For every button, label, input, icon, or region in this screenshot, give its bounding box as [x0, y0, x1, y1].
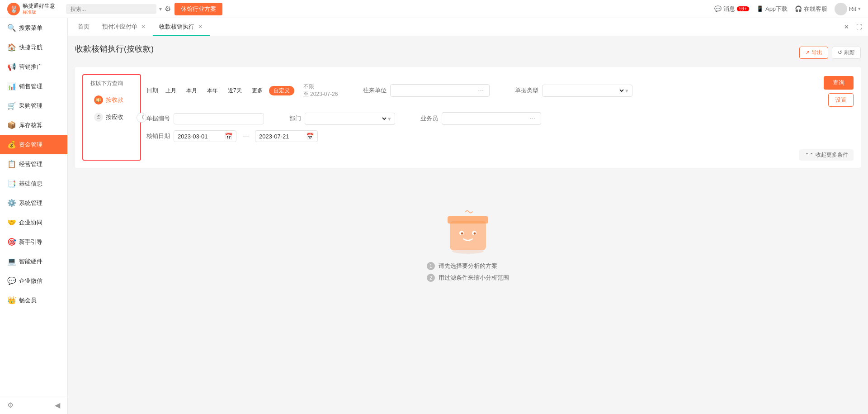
query-button[interactable]: 查询 [824, 76, 854, 90]
beginner-icon: 🎯 [7, 238, 15, 246]
filter-by-receivable[interactable]: ⏱ 按应收 [90, 111, 133, 124]
this-year-btn[interactable]: 本年 [203, 86, 222, 95]
refresh-icon: ↺ [838, 49, 842, 56]
search-input[interactable] [66, 4, 156, 14]
party-dots-icon[interactable]: ··· [476, 86, 486, 95]
party-input-wrapper[interactable]: ··· [390, 84, 490, 97]
solution-button[interactable]: 休馆行业方案 [175, 3, 222, 15]
sidebar-item-fund[interactable]: 💰 资金管理 [0, 135, 67, 154]
filter-by-receipt[interactable]: 💴 按收款 [90, 94, 133, 106]
tab-bar: 首页 预付冲应付单 ✕ 收款核销执行 ✕ ✕ ⛶ [68, 18, 868, 36]
last-7days-btn[interactable]: 近7天 [224, 86, 245, 95]
collapse-more-row: ⌃⌃ 收起更多条件 [146, 149, 854, 161]
dept-dropdown[interactable] [309, 115, 388, 123]
page-content: 收款核销执行(按收款) ↗ 导出 ↺ 刷新 按以下方查询 [68, 36, 868, 414]
filter-salesperson-field: 业务员 ··· [420, 112, 541, 125]
app-download-label: App下载 [765, 5, 788, 13]
writeoff-date-start-input[interactable] [178, 133, 223, 140]
this-month-btn[interactable]: 本月 [183, 86, 201, 95]
sidebar-item-corp-collab[interactable]: 🤝 企业协同 [0, 213, 67, 232]
fund-icon: 💰 [7, 140, 15, 149]
writeoff-date-end-wrapper[interactable]: 📅 [255, 130, 318, 142]
sidebar: 🔍 搜索菜单 🏠 快捷导航 📢 营销推广 📊 销售管理 🛒 采购管理 📦 库存核… [0, 18, 68, 414]
dept-dropdown-icon: ▾ [388, 115, 391, 122]
user-avatar [835, 3, 847, 15]
voucher-type-dropdown[interactable] [546, 87, 625, 95]
online-service-label: 在线客服 [804, 5, 827, 13]
sidebar-item-sys[interactable]: ⚙️ 系统管理 [0, 193, 67, 213]
search-dropdown-icon[interactable]: ▾ [159, 6, 162, 12]
custom-date-btn[interactable]: 自定义 [269, 86, 294, 95]
settings-bottom-icon[interactable]: ⚙ [7, 401, 14, 409]
more-date-btn[interactable]: 更多 [248, 86, 266, 95]
salesperson-input[interactable] [446, 115, 528, 122]
tab-receive-label: 收款核销执行 [159, 23, 194, 31]
sidebar-label-ops: 经营管理 [19, 160, 42, 168]
by-receivable-label: 按应收 [106, 113, 123, 121]
inventory-icon: 📦 [7, 121, 15, 129]
sidebar-item-basic-info[interactable]: 📑 基础信息 [0, 174, 67, 193]
settings-gear-icon[interactable]: ⚙ [165, 5, 171, 13]
dept-select[interactable]: ▾ [305, 113, 395, 125]
sidebar-item-quick-nav[interactable]: 🏠 快捷导航 [0, 38, 67, 57]
sidebar-item-search-menu[interactable]: 🔍 搜索菜单 [0, 18, 67, 38]
refresh-button[interactable]: ↺ 刷新 [832, 47, 861, 59]
tab-expand-action[interactable]: ⛶ [854, 22, 864, 33]
settings-button[interactable]: 设置 [828, 93, 854, 107]
sidebar-label-search-menu: 搜索菜单 [19, 24, 42, 32]
sidebar-item-purchase[interactable]: 🛒 采购管理 [0, 96, 67, 115]
writeoff-date-end-calendar-icon[interactable]: 📅 [306, 133, 314, 140]
page-header-actions: ↗ 导出 ↺ 刷新 [799, 47, 861, 59]
sidebar-label-sales: 销售管理 [19, 82, 42, 90]
online-service-item[interactable]: 🎧 在线客服 [795, 5, 827, 13]
last-month-btn[interactable]: 上月 [162, 86, 180, 95]
writeoff-date-start-calendar-icon[interactable]: 📅 [225, 133, 232, 140]
sidebar-bottom: ⚙ ◀︎ [0, 396, 67, 414]
hint-2-num: 2 [427, 274, 435, 282]
sidebar-item-ops[interactable]: 📋 经营管理 [0, 154, 67, 174]
message-item[interactable]: 💬 消息 99+ [714, 5, 749, 13]
filter-action-buttons: 查询 设置 [824, 74, 854, 107]
sidebar-item-smart-hw[interactable]: 💻 智能硬件 [0, 252, 67, 271]
top-bar-left: 🐰 畅捷通好生意 标准版 ▾ ⚙ 休馆行业方案 [7, 3, 222, 15]
tab-receive-offset[interactable]: 收款核销执行 ✕ [153, 18, 210, 36]
sidebar-item-marketing[interactable]: 📢 营销推广 [0, 57, 67, 76]
salesperson-input-wrapper[interactable]: ··· [442, 112, 541, 125]
search-menu-icon: 🔍 [7, 24, 15, 32]
tab-home[interactable]: 首页 [71, 18, 96, 36]
date-no-limit-text: 不限 [303, 83, 338, 90]
voucher-no-input-wrapper[interactable] [174, 113, 264, 124]
sidebar-item-sales[interactable]: 📊 销售管理 [0, 76, 67, 96]
writeoff-date-start-wrapper[interactable]: 📅 [174, 130, 236, 142]
sidebar-item-corp-wechat[interactable]: 💬 企业微信 [0, 271, 67, 290]
filter-row-3: 核销日期 📅 — 📅 [146, 130, 854, 142]
voucher-type-select[interactable]: ▾ [542, 85, 632, 97]
filter-date-field: 日期 上月 本月 本年 近7天 更多 自定义 [146, 86, 294, 95]
writeoff-date-end-input[interactable] [259, 133, 304, 140]
empty-hint-1: 1 请先选择要分析的方案 [427, 262, 509, 270]
filter-collapse-button[interactable]: 《 [137, 113, 146, 123]
tab-prepay-offset[interactable]: 预付冲应付单 ✕ [96, 18, 153, 36]
salesperson-dots-icon[interactable]: ··· [528, 114, 537, 123]
sidebar-item-vip[interactable]: 👑 畅会员 [0, 290, 67, 310]
tab-prepay-close-icon[interactable]: ✕ [140, 23, 146, 31]
user-name: Rit [849, 5, 856, 12]
quick-nav-icon: 🏠 [7, 43, 15, 52]
sidebar-label-quick-nav: 快捷导航 [19, 43, 42, 52]
export-button[interactable]: ↗ 导出 [799, 47, 828, 59]
sidebar-item-beginner[interactable]: 🎯 新手引导 [0, 232, 67, 252]
sidebar-item-inventory[interactable]: 📦 库存核算 [0, 115, 67, 135]
sidebar-label-marketing: 营销推广 [19, 63, 42, 71]
hint-1-num: 1 [427, 262, 435, 270]
user-profile-item[interactable]: Rit ▾ [835, 3, 861, 15]
filter-party-field: 往来单位 ··· [363, 84, 490, 97]
app-download-icon: 📱 [756, 5, 764, 12]
filter-conditions: 日期 上月 本月 本年 近7天 更多 自定义 不限 [146, 74, 854, 161]
collapse-sidebar-icon[interactable]: ◀︎ [55, 401, 60, 409]
tab-close-action[interactable]: ✕ [841, 22, 852, 33]
tab-receive-close-icon[interactable]: ✕ [197, 23, 203, 31]
collapse-more-button[interactable]: ⌃⌃ 收起更多条件 [799, 149, 854, 161]
app-download-item[interactable]: 📱 App下载 [756, 5, 788, 13]
party-input[interactable] [394, 87, 476, 94]
voucher-no-input[interactable] [178, 115, 260, 122]
